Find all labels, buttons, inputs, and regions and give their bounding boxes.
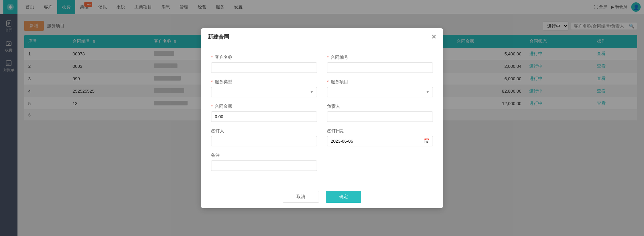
contract-amount-label: * 合同金额 [211, 103, 317, 109]
signer-input[interactable] [211, 136, 317, 146]
calendar-icon[interactable]: 📅 [424, 138, 430, 144]
signer-label: 签订人 [211, 128, 317, 134]
required-mark3: * [211, 79, 213, 84]
form-row-5: 备注 [211, 152, 433, 171]
contract-no-input[interactable] [327, 62, 433, 73]
field-contract-no: * 合同编号 [327, 54, 433, 73]
service-type-select[interactable] [211, 87, 317, 97]
customer-name-label: * 客户名称 [211, 54, 317, 60]
required-mark2: * [327, 55, 329, 60]
sign-date-wrap: 📅 [327, 136, 433, 146]
required-mark4: * [327, 79, 329, 84]
required-mark: * [211, 55, 213, 60]
service-type-select-wrap: ▼ [211, 87, 317, 97]
modal-footer: 取消 确定 [201, 185, 443, 208]
responsible-label: 负责人 [327, 103, 433, 109]
field-contract-amount: * 合同金额 [211, 103, 317, 122]
service-item-select[interactable] [327, 87, 433, 97]
field-service-item: * 服务项目 ▼ [327, 79, 433, 97]
remark-label: 备注 [211, 152, 317, 158]
form-row-4: 签订人 签订日期 📅 [211, 128, 433, 146]
modal-body: * 客户名称 * 合同编号 * 服 [201, 46, 443, 185]
service-item-select-wrap: ▼ [327, 87, 433, 97]
required-mark5: * [211, 104, 213, 109]
contract-amount-input[interactable] [211, 111, 317, 122]
remark-input[interactable] [211, 160, 317, 171]
field-remark: 备注 [211, 152, 317, 171]
modal-header: 新建合同 ✕ [201, 28, 443, 46]
responsible-input[interactable] [327, 111, 433, 122]
field-service-type: * 服务类型 ▼ [211, 79, 317, 97]
service-type-label: * 服务类型 [211, 79, 317, 85]
form-row-2: * 服务类型 ▼ * 服务项目 [211, 79, 433, 97]
field-empty [327, 152, 433, 171]
field-responsible: 负责人 [327, 103, 433, 122]
sign-date-input[interactable] [327, 136, 433, 146]
cancel-button[interactable]: 取消 [283, 191, 319, 203]
modal-close-button[interactable]: ✕ [431, 34, 436, 40]
contract-no-label: * 合同编号 [327, 54, 433, 60]
confirm-button[interactable]: 确定 [326, 191, 361, 203]
form-row-1: * 客户名称 * 合同编号 [211, 54, 433, 73]
form-row-3: * 合同金额 负责人 [211, 103, 433, 122]
new-contract-modal: 新建合同 ✕ * 客户名称 * 合同编号 [201, 28, 443, 208]
field-customer-name: * 客户名称 [211, 54, 317, 73]
service-item-label: * 服务项目 [327, 79, 433, 85]
modal-overlay[interactable]: 新建合同 ✕ * 客户名称 * 合同编号 [0, 0, 644, 236]
sign-date-label: 签订日期 [327, 128, 433, 134]
modal-title: 新建合同 [208, 34, 229, 41]
customer-name-input[interactable] [211, 62, 317, 73]
field-signer: 签订人 [211, 128, 317, 146]
field-sign-date: 签订日期 📅 [327, 128, 433, 146]
